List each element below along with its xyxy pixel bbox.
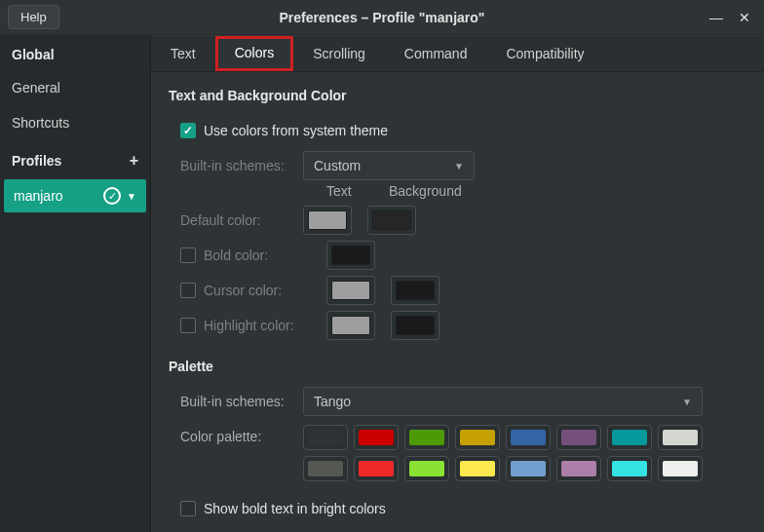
cursor-text-swatch xyxy=(331,281,370,300)
cursor-bg-color-button[interactable] xyxy=(391,276,439,305)
tab-bar: Text Colors Scrolling Command Compatibil… xyxy=(151,35,764,72)
bold-color-checkbox[interactable] xyxy=(180,247,196,263)
default-text-color-button[interactable] xyxy=(303,206,352,235)
palette-bright-swatch-0[interactable] xyxy=(303,456,348,481)
bold-text-color-button[interactable] xyxy=(326,241,375,270)
tab-scrolling[interactable]: Scrolling xyxy=(293,36,385,71)
highlight-color-label: Highlight color: xyxy=(204,318,303,333)
builtin-schemes-label: Built-in schemes: xyxy=(180,158,303,173)
color-swatch-icon xyxy=(561,461,596,476)
builtin-schemes-combo[interactable]: Custom ▼ xyxy=(303,151,475,180)
color-swatch-icon xyxy=(511,430,546,445)
color-swatch-icon xyxy=(460,461,495,476)
palette-schemes-row: Built-in schemes: Tango ▼ xyxy=(169,384,746,419)
builtin-schemes-value: Custom xyxy=(314,158,361,173)
color-grid-header: Text Background xyxy=(315,183,746,199)
profiles-label: Profiles xyxy=(12,153,61,169)
color-swatch-icon xyxy=(359,430,394,445)
palette-bright-swatch-7[interactable] xyxy=(658,456,703,481)
sidebar: Global General Shortcuts Profiles + manj… xyxy=(0,35,151,532)
use-system-colors-label: Use colors from system theme xyxy=(204,123,388,138)
palette-normal-swatch-3[interactable] xyxy=(455,425,500,450)
sidebar-item-shortcuts[interactable]: Shortcuts xyxy=(0,105,150,140)
default-bg-swatch xyxy=(372,210,411,230)
palette-bright-swatch-3[interactable] xyxy=(455,456,500,481)
default-bg-color-button[interactable] xyxy=(367,206,416,235)
chevron-down-icon[interactable]: ▼ xyxy=(127,191,136,202)
use-system-colors-checkbox[interactable] xyxy=(180,123,196,138)
palette-grid xyxy=(303,425,703,481)
use-system-colors-row: Use colors from system theme xyxy=(169,113,746,148)
tab-command[interactable]: Command xyxy=(385,36,487,71)
color-swatch-icon xyxy=(511,461,546,476)
show-bold-bright-label: Show bold text in bright colors xyxy=(204,501,386,516)
tab-colors[interactable]: Colors xyxy=(215,36,293,71)
cursor-color-label: Cursor color: xyxy=(204,283,303,298)
window-title: Preferences – Profile "manjaro" xyxy=(0,10,764,25)
col-text-label: Text xyxy=(326,183,369,199)
sidebar-item-general[interactable]: General xyxy=(0,70,150,105)
color-palette-row: Color palette: xyxy=(169,425,746,481)
palette-normal-swatch-2[interactable] xyxy=(404,425,449,450)
tab-text[interactable]: Text xyxy=(151,36,215,71)
bold-text-swatch xyxy=(331,246,370,265)
preferences-window: Help Preferences – Profile "manjaro" — ✕… xyxy=(0,0,764,532)
cursor-bg-swatch xyxy=(396,281,435,300)
minimize-icon[interactable]: — xyxy=(709,11,723,24)
chevron-down-icon: ▼ xyxy=(454,161,464,171)
cursor-color-checkbox[interactable] xyxy=(180,283,196,298)
color-swatch-icon xyxy=(663,461,698,476)
highlight-color-checkbox[interactable] xyxy=(180,318,196,333)
highlight-bg-color-button[interactable] xyxy=(391,311,439,340)
palette-schemes-value: Tango xyxy=(314,394,351,409)
content-area: Text and Background Color Use colors fro… xyxy=(151,72,764,532)
color-swatch-icon xyxy=(409,461,444,476)
titlebar: Help Preferences – Profile "manjaro" — ✕ xyxy=(0,0,764,35)
main-pane: Text Colors Scrolling Command Compatibil… xyxy=(151,35,764,532)
palette-row-bright xyxy=(303,456,703,481)
palette-normal-swatch-4[interactable] xyxy=(506,425,551,450)
sidebar-head-profiles: Profiles + xyxy=(0,140,150,177)
section-palette-heading: Palette xyxy=(169,359,746,374)
color-swatch-icon xyxy=(308,461,343,476)
palette-row-normal xyxy=(303,425,703,450)
palette-normal-swatch-6[interactable] xyxy=(607,425,652,450)
palette-bright-swatch-6[interactable] xyxy=(607,456,652,481)
color-palette-label: Color palette: xyxy=(180,425,303,444)
palette-normal-swatch-0[interactable] xyxy=(303,425,348,450)
palette-schemes-label: Built-in schemes: xyxy=(180,394,303,409)
section-text-bg-heading: Text and Background Color xyxy=(169,88,746,103)
chevron-down-icon: ▼ xyxy=(682,397,692,407)
bold-color-label: Bold color: xyxy=(204,247,303,263)
palette-normal-swatch-5[interactable] xyxy=(556,425,601,450)
palette-bright-swatch-5[interactable] xyxy=(556,456,601,481)
close-icon[interactable]: ✕ xyxy=(739,11,750,24)
palette-normal-swatch-1[interactable] xyxy=(354,425,399,450)
palette-schemes-combo[interactable]: Tango ▼ xyxy=(303,387,703,416)
help-button[interactable]: Help xyxy=(8,5,59,29)
color-swatch-icon xyxy=(663,430,698,445)
cursor-text-color-button[interactable] xyxy=(326,276,375,305)
color-swatch-icon xyxy=(561,430,596,445)
palette-bright-swatch-2[interactable] xyxy=(404,456,449,481)
sidebar-item-profile-manjaro[interactable]: manjaro ▼ xyxy=(4,179,146,212)
palette-bright-swatch-1[interactable] xyxy=(354,456,399,481)
color-swatch-icon xyxy=(409,430,444,445)
highlight-text-swatch xyxy=(331,316,370,335)
color-swatch-icon xyxy=(460,430,495,445)
palette-bright-swatch-4[interactable] xyxy=(506,456,551,481)
col-bg-label: Background xyxy=(389,183,467,199)
show-bold-bright-checkbox[interactable] xyxy=(180,501,196,516)
highlight-bg-swatch xyxy=(396,316,435,335)
default-color-row: Default color: xyxy=(169,203,746,238)
highlight-color-row: Highlight color: xyxy=(169,308,746,343)
show-bold-bright-row: Show bold text in bright colors xyxy=(169,491,746,526)
highlight-text-color-button[interactable] xyxy=(326,311,375,340)
profile-name-label: manjaro xyxy=(14,188,103,204)
bold-color-row: Bold color: xyxy=(169,238,746,273)
add-profile-icon[interactable]: + xyxy=(130,152,138,170)
palette-normal-swatch-7[interactable] xyxy=(658,425,703,450)
color-swatch-icon xyxy=(612,461,647,476)
color-swatch-icon xyxy=(359,461,394,476)
tab-compatibility[interactable]: Compatibility xyxy=(486,36,603,71)
